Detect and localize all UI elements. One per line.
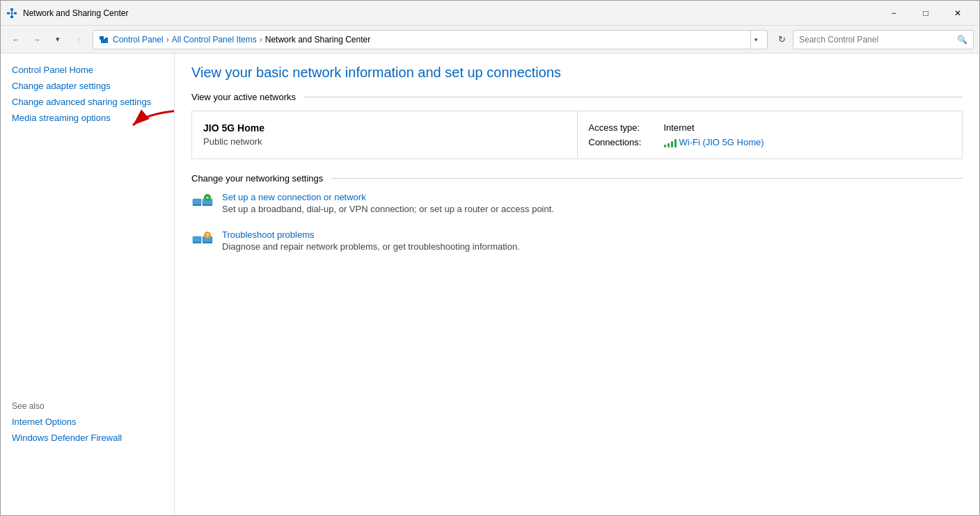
svg-rect-11	[105, 38, 108, 40]
wifi-signal-icon	[664, 138, 677, 147]
back-button[interactable]: ←	[6, 30, 26, 49]
breadcrumb-current: Network and Sharing Center	[265, 35, 748, 45]
breadcrumb-control-panel[interactable]: Control Panel	[113, 35, 164, 45]
settings-item-new-connection: + Set up a new connection or network Set…	[191, 192, 963, 216]
svg-rect-13	[193, 199, 201, 205]
svg-point-8	[11, 12, 13, 14]
svg-text:?: ?	[206, 232, 210, 239]
settings-section: + Set up a new connection or network Set…	[191, 192, 963, 253]
svg-rect-16	[203, 204, 212, 206]
forward-button[interactable]: →	[27, 30, 47, 49]
sidebar-item-control-panel-home[interactable]: Control Panel Home	[1, 62, 174, 78]
svg-rect-19	[193, 236, 201, 243]
svg-rect-22	[203, 242, 212, 243]
troubleshoot-text: Troubleshoot problems Diagnose and repai…	[222, 229, 963, 252]
search-icon[interactable]: 🔍	[957, 35, 967, 45]
see-also-label: See also	[1, 390, 174, 414]
troubleshoot-desc: Diagnose and repair network problems, or…	[222, 241, 520, 252]
new-connection-desc: Set up a broadband, dial-up, or VPN conn…	[222, 204, 554, 214]
address-icon	[99, 34, 110, 45]
networking-settings-header: Change your networking settings	[191, 173, 963, 184]
active-networks-label: View your active networks	[191, 92, 296, 102]
title-bar-controls: − □ ✕	[878, 2, 974, 24]
sidebar-item-windows-defender[interactable]: Windows Defender Firewall	[1, 430, 174, 446]
svg-rect-0	[10, 8, 13, 10]
window-icon	[6, 8, 17, 19]
access-type-label: Access type:	[589, 122, 658, 133]
arrow-container: Change adapter settings	[1, 78, 174, 94]
title-bar: Network and Sharing Center − □ ✕	[1, 1, 979, 26]
section-divider-2	[331, 178, 963, 179]
network-card: JIO 5G Home Public network Access type: …	[191, 111, 963, 159]
active-networks-header: View your active networks	[191, 92, 963, 102]
close-button[interactable]: ✕	[942, 2, 974, 24]
svg-text:+: +	[206, 195, 210, 201]
sidebar-item-internet-options[interactable]: Internet Options	[1, 414, 174, 430]
minimize-button[interactable]: −	[878, 2, 910, 24]
settings-item-troubleshoot: ? Troubleshoot problems Diagnose and rep…	[191, 229, 963, 253]
search-input[interactable]	[799, 35, 953, 45]
network-info: JIO 5G Home Public network	[192, 111, 578, 159]
window: Network and Sharing Center − □ ✕ ← → ▾ ↑…	[0, 0, 980, 516]
network-name: JIO 5G Home	[203, 122, 566, 134]
section-divider-1	[304, 97, 963, 97]
breadcrumb-all-items[interactable]: All Control Panel Items	[172, 35, 257, 45]
wifi-link-text: Wi-Fi (JIO 5G Home)	[679, 137, 764, 147]
network-access: Access type: Internet Connections:	[578, 111, 963, 159]
troubleshoot-icon: ?	[191, 231, 214, 253]
access-type-value: Internet	[664, 122, 695, 133]
up-button[interactable]: ↑	[69, 30, 88, 49]
svg-rect-1	[10, 16, 13, 18]
wifi-connection-link[interactable]: Wi-Fi (JIO 5G Home)	[664, 137, 764, 147]
address-bar: Control Panel › All Control Panel Items …	[93, 30, 768, 49]
new-connection-icon: +	[191, 193, 214, 216]
window-title: Network and Sharing Center	[23, 8, 878, 18]
access-type-row: Access type: Internet	[589, 122, 951, 133]
content-area: View your basic network information and …	[175, 54, 979, 515]
address-dropdown-button[interactable]: ▾	[750, 30, 761, 49]
connections-row: Connections: Wi-Fi (JIO 5G Home)	[589, 137, 951, 147]
networking-settings-label: Change your networking settings	[191, 173, 323, 184]
sidebar-item-media-streaming[interactable]: Media streaming options	[1, 110, 174, 126]
search-box: 🔍	[793, 30, 974, 49]
new-connection-link[interactable]: Set up a new connection or network	[222, 192, 963, 202]
page-title: View your basic network information and …	[191, 65, 963, 81]
network-type: Public network	[203, 136, 566, 147]
refresh-button[interactable]: ↻	[772, 30, 791, 49]
sidebar-item-change-advanced-sharing[interactable]: Change advanced sharing settings	[1, 94, 174, 110]
maximize-button[interactable]: □	[910, 2, 942, 24]
sidebar-item-change-adapter[interactable]: Change adapter settings	[1, 78, 174, 94]
connections-label: Connections:	[589, 137, 658, 147]
nav-bar: ← → ▾ ↑ Control Panel › All Control Pane…	[1, 26, 979, 54]
troubleshoot-link[interactable]: Troubleshoot problems	[222, 229, 963, 240]
sidebar: Control Panel Home Change adapter settin…	[1, 54, 175, 515]
svg-rect-14	[193, 204, 201, 206]
svg-rect-20	[193, 242, 201, 243]
new-connection-text: Set up a new connection or network Set u…	[222, 192, 963, 214]
main-content: Control Panel Home Change adapter settin…	[1, 54, 979, 515]
dropdown-button[interactable]: ▾	[48, 30, 68, 49]
